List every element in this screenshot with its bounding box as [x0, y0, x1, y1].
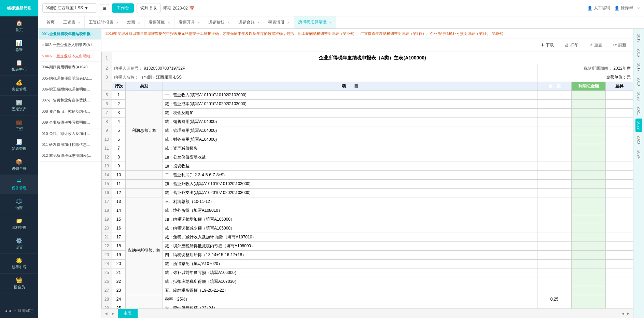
- cell-xh-8[interactable]: 8: [112, 153, 126, 162]
- cell-profit-4[interactable]: [572, 117, 606, 126]
- cell-amount-16[interactable]: [537, 224, 572, 233]
- cell-profit-24[interactable]: [572, 295, 606, 304]
- year-2019[interactable]: 2019: [635, 31, 642, 45]
- tab-purchase-audit[interactable]: 进销稽核 ×: [204, 16, 234, 29]
- sidebar-item-member[interactable]: 👑 畅会员: [0, 274, 38, 293]
- tab-purchase-ledger[interactable]: 进销台账 ×: [234, 16, 264, 29]
- cell-item-9[interactable]: 加：投资收益: [163, 162, 537, 170]
- cell-profit-21[interactable]: [572, 268, 606, 277]
- tab-close-income-tax[interactable]: ×: [330, 20, 332, 24]
- cell-profit-12[interactable]: [572, 188, 606, 197]
- tab-close-payroll-stats[interactable]: ×: [116, 20, 118, 25]
- cell-profit-18[interactable]: [572, 241, 606, 250]
- sidebar-item-ledger[interactable]: 📊 总账: [0, 36, 38, 56]
- cell-xh-2[interactable]: 2: [112, 99, 126, 108]
- cell-profit-6[interactable]: [572, 135, 606, 144]
- switch-version-button[interactable]: 切到旧版: [137, 3, 160, 13]
- tab-home[interactable]: 首页: [42, 16, 59, 29]
- sidebar-item-settings[interactable]: ⚙️ 设置: [0, 234, 38, 254]
- tab-payroll-stats[interactable]: 工资统计报表 ×: [85, 16, 123, 29]
- cell-amount-20[interactable]: [537, 259, 572, 268]
- cell-amount-7[interactable]: [537, 144, 572, 153]
- cell-xh-17[interactable]: 17: [112, 233, 126, 241]
- cell-amount-9[interactable]: [537, 162, 572, 170]
- year-2022[interactable]: 2022: [635, 119, 642, 132]
- cell-item-19[interactable]: 四、纳税调整后所得（13-14+15-16-17+18）: [163, 250, 537, 259]
- cell-profit-5[interactable]: [572, 126, 606, 135]
- form-item-005[interactable]: 005-纳税调整项目明细表(A1...: [38, 73, 101, 84]
- cell-xh-3[interactable]: 3: [112, 108, 126, 117]
- form-item-011[interactable]: 011-研发费用加计扣除优惠...: [38, 139, 101, 150]
- cell-profit-7[interactable]: [572, 144, 606, 153]
- print-button[interactable]: 🖨 打印: [562, 41, 581, 50]
- cell-diff-14[interactable]: [606, 206, 633, 215]
- cell-profit-23[interactable]: [572, 286, 606, 295]
- cell-amount-15[interactable]: [537, 215, 572, 224]
- scroll-left-icon[interactable]: ◄: [621, 311, 625, 316]
- cell-diff-16[interactable]: [606, 224, 633, 233]
- cell-diff-5[interactable]: [606, 126, 633, 135]
- year-2024[interactable]: 2024: [635, 148, 642, 161]
- form-item-003[interactable]: ○ 003-一般企业成本支出明细...: [38, 51, 101, 62]
- cell-amount-12[interactable]: [537, 188, 572, 197]
- tab-close-purchase-audit[interactable]: ×: [227, 20, 229, 25]
- sidebar-item-tax[interactable]: 🏛 税务管理: [0, 175, 38, 194]
- cell-item-7[interactable]: 减：资产减值损失: [163, 144, 537, 153]
- cell-diff-20[interactable]: [606, 259, 633, 268]
- sidebar-item-reports[interactable]: 📋 报表中心: [0, 56, 38, 76]
- customer-service-button[interactable]: 👤 人工咨询: [587, 5, 610, 11]
- cell-xh-18[interactable]: 18: [112, 241, 126, 250]
- cell-profit-16[interactable]: [572, 224, 606, 233]
- tab-close-payroll[interactable]: ×: [78, 20, 80, 25]
- cell-profit-17[interactable]: [572, 233, 606, 241]
- form-item-004[interactable]: 004-期间费用明细表(A1040...: [38, 62, 101, 73]
- cell-diff-1[interactable]: [606, 91, 633, 99]
- cell-item-24[interactable]: 税率（25%）: [163, 295, 537, 304]
- tab-invoice-open[interactable]: 发票开具 ×: [174, 16, 204, 29]
- refresh-button[interactable]: ⟳ 刷新: [611, 41, 629, 50]
- cell-xh-12[interactable]: 12: [112, 188, 126, 197]
- cell-amount-10[interactable]: [537, 170, 572, 179]
- tab-invoice[interactable]: 发票 ×: [123, 16, 144, 29]
- cell-profit-10[interactable]: [572, 170, 606, 179]
- cell-item-21[interactable]: 减：弥补以前年度亏损（填写A106000）: [163, 268, 537, 277]
- cell-diff-24[interactable]: [606, 295, 633, 304]
- cell-xh-19[interactable]: 19: [112, 250, 126, 259]
- tab-close-tax-table[interactable]: ×: [287, 20, 289, 25]
- year-2020[interactable]: 2020: [635, 89, 642, 103]
- tab-close-invoice-calc[interactable]: ×: [168, 20, 170, 25]
- cell-item-16[interactable]: 减：纳税调整减少额（填写A105000）: [163, 224, 537, 233]
- cell-diff-9[interactable]: [606, 162, 633, 170]
- cell-profit-22[interactable]: [572, 277, 606, 286]
- cell-diff-4[interactable]: [606, 117, 633, 126]
- sidebar-item-archive[interactable]: 📁 归档管理: [0, 214, 38, 234]
- tab-income-tax[interactable]: 所得税汇算清缴 ×: [294, 16, 336, 29]
- cell-xh-7[interactable]: 7: [112, 144, 126, 153]
- cell-diff-6[interactable]: [606, 135, 633, 144]
- cell-item-12[interactable]: 减：营业外支出(填写A102010\102020\103000): [163, 188, 537, 197]
- cell-amount-23[interactable]: [537, 286, 572, 295]
- sidebar-item-guide[interactable]: 🌟 新手引导: [0, 254, 38, 274]
- cell-item-5[interactable]: 减：管理费用(填写A104000): [163, 126, 537, 135]
- cell-xh-13[interactable]: 13: [112, 197, 126, 206]
- form-item-002[interactable]: ○ 002-一般企业收入明细表(A1...: [38, 40, 101, 51]
- sheet-nav-left[interactable]: ◄: [104, 311, 108, 316]
- company-selector[interactable]: (勾删) 江西服宝-LSS ▼: [42, 3, 97, 13]
- sidebar-item-assets[interactable]: 🏢 固定资产: [0, 96, 38, 115]
- cell-amount-14[interactable]: [537, 206, 572, 215]
- cell-amount-3[interactable]: [537, 108, 572, 117]
- cell-profit-2[interactable]: [572, 99, 606, 108]
- global-close-button[interactable]: ×: [637, 5, 640, 11]
- form-item-006[interactable]: 006-职工薪酬纳税调整明细...: [38, 84, 101, 95]
- form-item-001[interactable]: 001-企业所得税年度纳税申报...: [38, 29, 101, 40]
- year-2021[interactable]: 2021: [635, 104, 642, 117]
- cell-amount-6[interactable]: [537, 135, 572, 144]
- cell-profit-25[interactable]: [572, 304, 606, 308]
- cell-xh-9[interactable]: 9: [112, 162, 126, 170]
- download-button[interactable]: ⬇ 下载: [538, 41, 557, 50]
- cell-diff-18[interactable]: [606, 241, 633, 250]
- tab-close-purchase-ledger[interactable]: ×: [257, 20, 260, 25]
- cell-diff-17[interactable]: [606, 233, 633, 241]
- form-item-008[interactable]: 008-资产折旧、摊销及纳税...: [38, 106, 101, 117]
- sheet-nav-right[interactable]: ►: [111, 311, 115, 316]
